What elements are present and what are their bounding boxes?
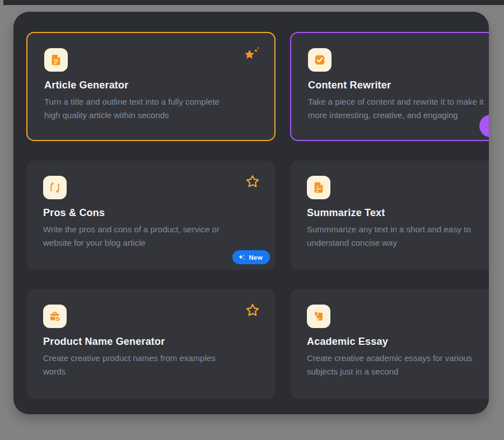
document-icon (44, 48, 68, 72)
card-title: Pros & Cons (43, 207, 259, 219)
card-title: Summarize Text (307, 207, 489, 219)
new-badge: New (232, 250, 270, 264)
tool-card-academic-essay[interactable]: Academic Essay Create creative academic … (290, 289, 489, 399)
tool-card-summarize-text[interactable]: Summarize Text Summmarize any text in a … (290, 161, 489, 270)
tool-card-pros-and-cons[interactable]: Pros & Cons Write the pros and cons of a… (26, 161, 276, 270)
card-description: Create creative academic essays for vari… (307, 352, 489, 378)
card-title: Article Generator (44, 79, 258, 91)
tool-card-product-name-generator[interactable]: Product Name Generator Create creative p… (26, 289, 276, 399)
tools-panel: Article Generator Turn a title and outli… (13, 12, 489, 414)
checkbox-icon (308, 48, 332, 72)
summary-document-icon (307, 176, 330, 199)
scroll-icon (307, 305, 330, 328)
card-description: Write the pros and cons of a product, se… (43, 223, 259, 249)
card-description: Take a piece of content and rewrite it t… (308, 95, 489, 121)
favorite-star-outline-icon[interactable] (244, 303, 261, 319)
card-title: Academic Essay (307, 336, 489, 348)
favorite-star-outline-icon[interactable] (244, 174, 261, 190)
new-badge-label: New (249, 254, 263, 261)
card-description: Summmarize any text in a short and easy … (307, 223, 489, 249)
tool-card-article-generator[interactable]: Article Generator Turn a title and outli… (26, 32, 276, 141)
package-check-icon (43, 305, 67, 328)
favorite-star-filled-icon[interactable] (243, 46, 260, 62)
tool-cards-grid: Article Generator Turn a title and outli… (26, 32, 489, 399)
card-title: Content Rewriter (308, 79, 489, 91)
card-description: Turn a title and outline text into a ful… (44, 95, 258, 121)
sparkle-icon (238, 254, 245, 261)
page-top-edge (3, 0, 504, 5)
card-description: Create creative product names from examp… (43, 352, 259, 378)
swap-arrows-icon (43, 176, 67, 199)
card-title: Product Name Generator (43, 336, 259, 348)
tool-card-content-rewriter[interactable]: Content Rewriter Take a piece of content… (290, 32, 489, 141)
